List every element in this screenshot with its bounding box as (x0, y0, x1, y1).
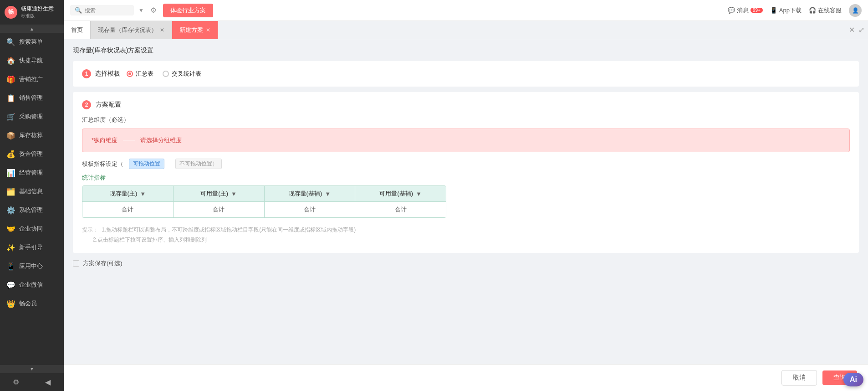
tips-title: 提示： (82, 226, 98, 233)
vertical-dim-label: *纵向维度 (92, 136, 117, 144)
step1-title: 选择模板 (95, 70, 120, 78)
sidebar-item-label: 企业微信 (19, 281, 43, 289)
tabs-actions: ✕ ⤢ (849, 26, 868, 34)
search-box[interactable]: 🔍 (70, 5, 134, 15)
sidebar-item-label: 新手引导 (19, 243, 43, 252)
sidebar-scroll-down[interactable]: ▼ (0, 365, 64, 373)
ai-badge[interactable]: Ai (843, 373, 863, 386)
user-avatar[interactable]: 👤 (849, 4, 862, 17)
logo-icon: 畅 (5, 6, 17, 19)
sidebar-item-label: 销售管理 (19, 94, 43, 102)
stats-col-2: 现存量(基辅) ▼ (265, 186, 356, 202)
online-service-label: 在线客服 (818, 6, 842, 15)
dimension-dash: —— (123, 137, 135, 144)
sidebar-item-wechat[interactable]: 💬 企业微信 (0, 276, 64, 294)
message-label: 消息 (737, 6, 749, 15)
dimension-title: 汇总维度（必选） (82, 116, 850, 124)
system-icon: ⚙️ (6, 206, 15, 215)
sidebar-item-app-center[interactable]: 📱 应用中心 (0, 257, 64, 276)
app-download-item[interactable]: 📱 App下载 (770, 6, 802, 15)
message-item[interactable]: 💬 消息 99+ (728, 6, 763, 15)
content-area: 现存量(库存状况表)方案设置 1 选择模板 汇总表 交叉统计表 (64, 39, 868, 364)
sidebar-item-label: 企业协同 (19, 225, 43, 233)
col2-dropdown-icon[interactable]: ▼ (325, 190, 331, 197)
tab-new-scheme-label: 新建方案 (179, 26, 203, 34)
main-area: 🔍 ▼ ⚙ 体验行业方案 💬 消息 99+ 📱 App下载 🎧 在线客服 👤 (64, 0, 868, 391)
stats-table-header: 现存量(主) ▼ 可用量(主) ▼ 现存量(基辅) ▼ (82, 186, 446, 202)
radio-summary-label: 汇总表 (136, 70, 153, 78)
sidebar-item-basic-info[interactable]: 🗂️ 基础信息 (0, 182, 64, 201)
tabs-bar: 首页 现存量（库存状况表） ✕ 新建方案 ✕ ✕ ⤢ (64, 21, 868, 39)
sidebar-item-label: 应用中心 (19, 262, 43, 270)
cancel-button[interactable]: 取消 (781, 370, 817, 386)
collapse-button[interactable]: ◀ (32, 373, 64, 391)
search-input[interactable] (85, 7, 121, 14)
dimension-box[interactable]: *纵向维度 —— 请选择分组维度 (82, 129, 850, 152)
col1-dropdown-icon[interactable]: ▼ (231, 190, 237, 197)
sidebar-item-label: 系统管理 (19, 206, 43, 214)
dropdown-icon[interactable]: ▼ (138, 7, 144, 14)
settings-gear-icon[interactable]: ⚙ (150, 6, 157, 15)
stats-body-cell-0: 合计 (82, 202, 173, 217)
topbar: 🔍 ▼ ⚙ 体验行业方案 💬 消息 99+ 📱 App下载 🎧 在线客服 👤 (64, 0, 868, 21)
app-center-icon: 📱 (6, 262, 15, 271)
settings-button[interactable]: ⚙ (0, 373, 32, 391)
online-service-item[interactable]: 🎧 在线客服 (809, 6, 842, 15)
sidebar-item-guide[interactable]: ✨ 新手引导 (0, 238, 64, 257)
stats-body-col-2: 合计 (265, 202, 356, 217)
cooperation-icon: 🤝 (6, 225, 15, 233)
sidebar-item-inventory[interactable]: 📦 库存核算 (0, 126, 64, 145)
stats-header-cell-2[interactable]: 现存量(基辅) ▼ (265, 186, 355, 202)
stats-header-cell-3[interactable]: 可用量(基辅) ▼ (355, 186, 446, 202)
stats-header-cell-0[interactable]: 现存量(主) ▼ (82, 186, 173, 202)
sidebar-item-label: 畅会员 (19, 299, 37, 308)
draggable-badge: 可拖动位置 (129, 159, 164, 169)
sidebar-item-finance[interactable]: 💰 资金管理 (0, 145, 64, 164)
sidebar-item-system[interactable]: ⚙️ 系统管理 (0, 201, 64, 220)
cta-button[interactable]: 体验行业方案 (163, 4, 213, 17)
sidebar-item-purchase[interactable]: 🛒 采购管理 (0, 108, 64, 126)
tab-home-label: 首页 (71, 26, 83, 34)
tab-new-scheme-close[interactable]: ✕ (206, 27, 210, 33)
sales-icon: 📋 (6, 94, 15, 103)
sidebar-item-membership[interactable]: 👑 畅会员 (0, 294, 64, 313)
tip-line-0: 1.拖动标题栏可以调整布局，不可跨维度或指标区域拖动栏目字段(只能在同一维度或指… (102, 226, 356, 233)
sidebar-item-operations[interactable]: 📊 经营管理 (0, 164, 64, 182)
col3-dropdown-icon[interactable]: ▼ (416, 190, 422, 197)
col0-dropdown-icon[interactable]: ▼ (140, 190, 146, 197)
stats-body-cell-1: 合计 (174, 202, 264, 217)
page-title: 现存量(库存状况表)方案设置 (73, 46, 859, 55)
tab-inventory-close[interactable]: ✕ (160, 27, 164, 33)
save-checkbox[interactable] (73, 260, 79, 267)
stats-body-col-1: 合计 (174, 202, 265, 217)
sidebar-item-search-menu[interactable]: 🔍 搜索菜单 (0, 33, 64, 51)
tab-new-scheme[interactable]: 新建方案 ✕ (172, 21, 218, 39)
template-radio-group: 汇总表 交叉统计表 (127, 70, 201, 78)
col0-label: 现存量(主) (110, 190, 138, 198)
stats-header-cell-1[interactable]: 可用量(主) ▼ (174, 186, 264, 202)
sidebar-item-marketing[interactable]: 🎁 营销推广 (0, 70, 64, 89)
stats-body-cell-2: 合计 (265, 202, 355, 217)
sidebar-item-quick-nav[interactable]: 🏠 快捷导航 (0, 51, 64, 70)
sidebar-scroll-up[interactable]: ▲ (0, 25, 64, 33)
sidebar-item-sales[interactable]: 📋 销售管理 (0, 89, 64, 108)
guide-icon: ✨ (6, 243, 15, 252)
sidebar-item-label: 基础信息 (19, 187, 43, 196)
col3-label: 可用量(基辅) (379, 190, 413, 198)
tab-home[interactable]: 首页 (64, 21, 91, 39)
indicator-label-row: 模板指标设定（ 可拖动位置 不可拖动位置） (82, 159, 850, 169)
sidebar-item-label: 资金管理 (19, 150, 43, 158)
tab-inventory-label: 现存量（库存状况表） (98, 26, 157, 34)
sidebar-item-cooperation[interactable]: 🤝 企业协同 (0, 220, 64, 238)
tip-line-1: 2.点击标题栏下拉可设置排序、插入列和删除列 (93, 237, 207, 243)
app-edition: 标准版 (21, 13, 54, 19)
tab-inventory-status[interactable]: 现存量（库存状况表） ✕ (91, 21, 172, 39)
radio-cross[interactable]: 交叉统计表 (163, 70, 201, 78)
radio-summary[interactable]: 汇总表 (127, 70, 153, 78)
close-tabs-icon[interactable]: ✕ (849, 26, 855, 34)
app-logo: 畅 畅康通好生意 标准版 (0, 0, 64, 25)
expand-tabs-icon[interactable]: ⤢ (858, 26, 864, 34)
stats-body-cell-3: 合计 (355, 202, 446, 217)
headset-icon: 🎧 (809, 7, 816, 14)
sidebar-item-label: 营销推广 (19, 75, 43, 83)
